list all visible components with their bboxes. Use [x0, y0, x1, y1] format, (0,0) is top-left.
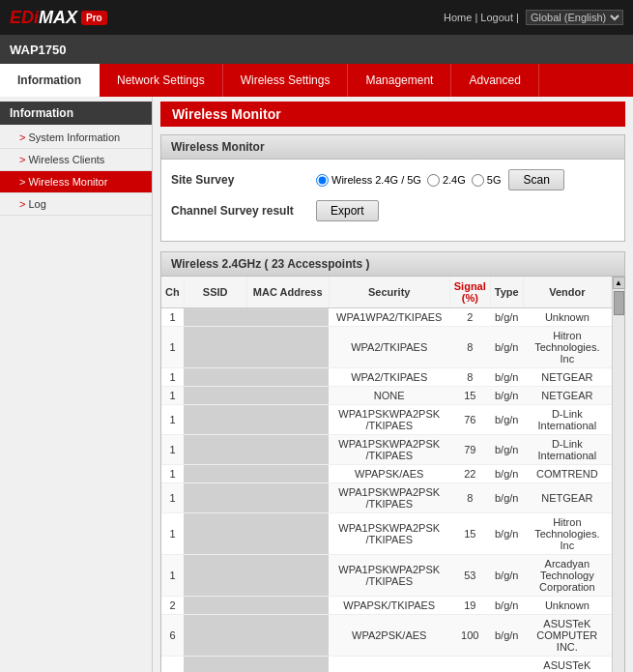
cell-ch: 1	[161, 368, 184, 387]
col-ch: Ch	[161, 277, 184, 308]
channel-survey-controls: Export	[316, 200, 615, 221]
cell-security: WPA1PSKWPA2PSK /TKIPAES	[329, 513, 449, 555]
cell-vendor: D-Link International	[523, 435, 611, 465]
radio-5g-input[interactable]	[472, 174, 484, 187]
radio-24g-5g[interactable]: Wireless 2.4G / 5G	[316, 174, 421, 187]
channel-survey-row: Channel Survey result Export	[171, 200, 615, 221]
col-ssid: SSID	[184, 277, 246, 308]
cell-security: WPA1PSKWPA2PSK /TKIPAES	[329, 405, 449, 435]
sidebar-header: Information	[0, 102, 152, 125]
cell-type: b/g/n	[490, 555, 523, 597]
cell-ssid	[184, 435, 246, 465]
language-select[interactable]: Global (English)	[526, 10, 623, 25]
sidebar-item-log[interactable]: Log	[0, 193, 152, 216]
cell-security: WPA1PSKWPA2PSK /TKIPAES	[329, 483, 449, 513]
table-row: 1WPAPSK/AES22b/g/nCOMTREND	[161, 465, 612, 483]
tab-information[interactable]: Information	[0, 64, 100, 97]
cell-vendor: ASUSTeK COMPUTER INC.	[523, 615, 611, 657]
table-inner: Ch SSID MAC Address Security Signal(%) T…	[161, 277, 612, 672]
cell-ssid	[184, 387, 246, 405]
cell-ch: 1	[161, 308, 184, 327]
logo-edimax: EDiMAX	[10, 8, 77, 28]
scroll-thumb[interactable]	[614, 291, 624, 315]
cell-ssid	[184, 405, 246, 435]
export-button[interactable]: Export	[316, 200, 379, 221]
col-mac: MAC Address	[246, 277, 329, 308]
cell-security: WPAPSK/TKIPAES	[329, 597, 449, 615]
cell-ch: 1	[161, 513, 184, 555]
cell-mac	[246, 513, 329, 555]
cell-signal: 8	[449, 368, 490, 387]
logo-area: EDiMAX Pro	[10, 8, 107, 28]
tab-advanced[interactable]: Advanced	[451, 64, 538, 97]
table-row: 1WPA1PSKWPA2PSK /TKIPAES53b/g/nArcadyan …	[161, 555, 612, 597]
table-row: 1WPA1PSKWPA2PSK /TKIPAES76b/g/nD-Link In…	[161, 405, 612, 435]
cell-signal: 22	[449, 465, 490, 483]
cell-ssid	[184, 465, 246, 483]
section-body: Site Survey Wireless 2.4G / 5G 2.4G	[161, 160, 624, 241]
wireless-monitor-section: Wireless Monitor Site Survey Wireless 2.…	[160, 134, 625, 242]
scan-button[interactable]: Scan	[508, 169, 563, 190]
cell-security: WPAPSK/AES	[329, 465, 449, 483]
cell-signal: 8	[449, 483, 490, 513]
radio-5g[interactable]: 5G	[472, 174, 502, 187]
cell-mac	[246, 405, 329, 435]
cell-vendor: COMTREND	[523, 465, 611, 483]
scrollbar[interactable]: ▲ ▼	[612, 277, 624, 672]
home-link[interactable]: Home	[444, 12, 472, 23]
cell-signal: 8	[449, 327, 490, 368]
cell-type: b/g/n	[490, 435, 523, 465]
cell-ch: 2	[161, 597, 184, 615]
sidebar-item-wireless-monitor[interactable]: Wireless Monitor	[0, 171, 152, 193]
table-section: Wireless 2.4GHz ( 23 Accesspoints ) Ch S…	[160, 251, 625, 672]
table-header-row: Ch SSID MAC Address Security Signal(%) T…	[161, 277, 612, 308]
model-name: WAP1750	[10, 43, 86, 57]
cell-ssid	[184, 483, 246, 513]
table-row: 1WPA2/TKIPAES8b/g/nHitron Technologies. …	[161, 327, 612, 368]
cell-mac	[246, 368, 329, 387]
cell-ch: 1	[161, 405, 184, 435]
cell-security: WPA2PSK/AES	[329, 657, 449, 673]
table-row: 1WPA1PSKWPA2PSK /TKIPAES8b/g/nNETGEAR	[161, 483, 612, 513]
cell-type: b/g/n	[490, 513, 523, 555]
cell-vendor: Hitron Technologies. Inc	[523, 327, 611, 368]
cell-mac	[246, 597, 329, 615]
main-navigation: Information Network Settings Wireless Se…	[0, 64, 633, 97]
radio-24g-input[interactable]	[427, 174, 440, 187]
cell-type: b/g/n	[490, 465, 523, 483]
cell-type: b/g/n	[490, 405, 523, 435]
table-row: 1NONE15b/g/nNETGEAR	[161, 387, 612, 405]
logout-link[interactable]: Logout	[480, 12, 513, 23]
cell-vendor: NETGEAR	[523, 368, 611, 387]
cell-security: WPA2/TKIPAES	[329, 327, 449, 368]
cell-ch: 1	[161, 555, 184, 597]
cell-signal: 2	[449, 308, 490, 327]
page-title: Wireless Monitor	[160, 102, 625, 127]
cell-ssid	[184, 657, 246, 673]
cell-security: NONE	[329, 387, 449, 405]
tab-wireless-settings[interactable]: Wireless Settings	[223, 64, 349, 97]
cell-type: b/g/n	[490, 597, 523, 615]
site-survey-row: Site Survey Wireless 2.4G / 5G 2.4G	[171, 169, 615, 190]
cell-security: WPA1PSKWPA2PSK /TKIPAES	[329, 555, 449, 597]
radio-24g[interactable]: 2.4G	[427, 174, 466, 187]
cell-mac	[246, 657, 329, 673]
sidebar-item-system-information[interactable]: System Information	[0, 127, 152, 149]
cell-ch: 6	[161, 657, 184, 673]
table-body: 1WPA1WPA2/TKIPAES2b/g/nUnknown1WPA2/TKIP…	[161, 308, 612, 673]
cell-signal: 100	[449, 615, 490, 657]
table-row: 6WPA2PSK/AES100b/g/nASUSTeK COMPUTER INC…	[161, 657, 612, 673]
cell-mac	[246, 465, 329, 483]
scroll-arrow-up[interactable]: ▲	[613, 277, 625, 289]
cell-mac	[246, 615, 329, 657]
radio-24g-5g-input[interactable]	[316, 174, 329, 187]
cell-security: WPA2PSK/AES	[329, 615, 449, 657]
channel-survey-label: Channel Survey result	[171, 204, 316, 218]
cell-vendor: Unknown	[523, 308, 611, 327]
cell-security: WPA2/TKIPAES	[329, 368, 449, 387]
sidebar-item-wireless-clients[interactable]: Wireless Clients	[0, 149, 152, 171]
tab-network-settings[interactable]: Network Settings	[100, 64, 223, 97]
tab-management[interactable]: Management	[348, 64, 451, 97]
content-wrapper: Information System Information Wireless …	[0, 97, 633, 672]
cell-type: b/g/n	[490, 387, 523, 405]
